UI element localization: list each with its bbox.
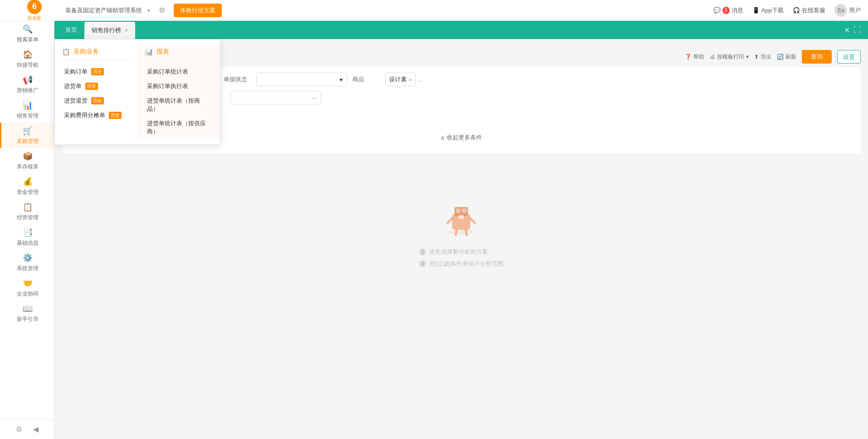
salesperson-select[interactable]: ··· [230,91,321,104]
hint-num-2: 2 [419,260,426,267]
collapse-conditions-btn[interactable]: ∧ 收起更多条件 [435,131,488,144]
app-download-label: App下载 [761,6,784,15]
sidebar-label-system: 系统管理 [17,265,39,272]
sidebar-label-finance: 资金管理 [17,188,39,196]
svg-line-10 [456,230,457,235]
help-label: 帮助 [693,53,704,61]
tab-sales-ranking-label: 销售排行榜 [92,26,121,35]
user-btn[interactable]: Ea 用户 [834,4,861,17]
goods-tag-close[interactable]: × [409,76,412,83]
hint-text-1: 请先选择要分析的方案 [429,248,488,256]
sidebar-item-finance[interactable]: 💰 资金管理 [0,173,54,199]
online-service-btn[interactable]: 🎧 在线客服 [793,6,825,15]
sidebar-label-marketing: 营销推广 [17,87,39,94]
tab-bar-right: ✕ ⛶ [844,26,864,35]
sidebar-item-search-menu[interactable]: 🔍 搜索菜单 [0,21,54,46]
menu-item-purchase-in[interactable]: 进货单 历史 [62,79,130,94]
tab-expand-icon[interactable]: ⛶ [853,26,861,34]
export-label: 导出 [761,53,771,61]
sidebar-item-system[interactable]: ⚙️ 系统管理 [0,250,54,275]
settings-gear-btn[interactable]: ⚙ [156,4,168,17]
svg-rect-2 [454,207,468,216]
sidebar-item-quick-nav[interactable]: 🏠 快捷导航 [0,46,54,72]
sidebar-item-purchase[interactable]: 🛒 采购管理 [0,123,54,148]
goods-dots[interactable]: ... [418,76,423,83]
query-btn[interactable]: 查询 [802,50,832,64]
menu-item-purchase-order-stats[interactable]: 采购订单统计表 [145,64,213,79]
purchase-section-title: 采购业务 [73,48,99,56]
industry-solution-btn[interactable]: 体验行业方案 [174,4,222,17]
menu-item-purchase-order-exec[interactable]: 采购订单执行表 [145,79,213,94]
menu-item-purchase-expense[interactable]: 采购费用分摊单 历史 [62,108,130,123]
purchase-section: 📋 采购业务 采购订单 历史 进货单 历史 进货退货 历史 采购费用分摊单 历史 [55,45,137,139]
sidebar-label-sales: 销售管理 [17,112,39,120]
user-abbr: Ea [838,7,844,14]
empty-hint-1: 1 请先选择要分析的方案 [419,248,503,256]
message-btn[interactable]: 💬 5 消息 [713,6,743,15]
app-logo: 6 [27,0,42,14]
menu-item-purchase-order[interactable]: 采购订单 历史 [62,64,130,79]
app-version: 标准版 [28,15,41,21]
sidebar-item-marketing[interactable]: 📢 营销推广 [0,72,54,97]
help-btn[interactable]: ❓ 帮助 [685,53,704,61]
finance-icon: 💰 [23,177,33,187]
menu-item-inbound-stats-supplier[interactable]: 进货单统计表（按供应商） [145,116,213,139]
help-icon: ❓ [685,54,692,60]
sidebar: 🔍 搜索菜单 🏠 快捷导航 📢 营销推广 📊 销售管理 🛒 采购管理 📦 库存核… [0,21,54,439]
logo-area: 6 标准版 [7,0,62,21]
export-btn[interactable]: ⬆ 导出 [754,53,771,61]
refresh-btn[interactable]: 🔄 刷新 [777,53,796,61]
system-dropdown-btn[interactable]: ▾ [147,7,150,14]
sidebar-item-operations[interactable]: 📋 经营管理 [0,199,54,224]
menu-item-inbound-stats-goods[interactable]: 进货单统计表（按商品） [145,94,213,116]
goods-tag: 设计素 × [385,73,416,86]
status-label: 单据状态 [224,75,251,84]
tab-home-label: 首页 [65,26,77,34]
sidebar-item-guide[interactable]: 📖 新手引导 [0,301,54,326]
sidebar-item-inventory[interactable]: 📦 库存核算 [0,148,54,173]
svg-point-6 [463,210,465,212]
tab-home[interactable]: 首页 [58,21,84,39]
report-section-header: 📊 报表 [145,45,213,61]
tab-sales-ranking[interactable]: 销售排行榜 × [84,22,135,39]
print-btn[interactable]: 🖨 按模板打印 ▾ [710,53,749,61]
empty-hint-2: 2 用[过滤]条件来缩小分析范围 [419,260,503,268]
collapse-label: 收起更多条件 [447,133,482,142]
sidebar-collapse-btn[interactable]: ◀ [29,423,42,435]
inventory-icon: 📦 [23,151,33,161]
status-dropdown-icon: ▾ [340,76,343,83]
status-select[interactable]: ▾ [256,73,347,86]
report-section: 📊 报表 采购订单统计表 采购订单执行表 进货单统计表（按商品） 进货单统计表（… [137,45,220,139]
purchase-return-label: 进货退货 [64,97,88,105]
goods-label: 商品 [352,75,380,84]
purchase-header-icon: 📋 [62,48,70,55]
purchase-icon: 🛒 [23,126,33,136]
user-label: 用户 [849,6,861,15]
message-icon: 💬 [713,7,721,14]
sidebar-bottom: ⚙ ◀ [0,419,54,439]
sidebar-item-sales[interactable]: 📊 销售管理 [0,97,54,123]
app-download-btn[interactable]: 📱 App下载 [752,6,784,15]
empty-state: 1 请先选择要分析的方案 2 用[过滤]条件来缩小分析范围 [62,157,861,304]
history-badge-3: 历史 [91,97,104,104]
history-badge-1: 历史 [91,68,104,75]
sidebar-label-operations: 经营管理 [17,214,39,222]
svg-point-0 [448,229,475,235]
sidebar-settings-btn[interactable]: ⚙ [12,423,26,435]
purchase-dropdown-menu: 📋 采购业务 采购订单 历史 进货单 历史 进货退货 历史 采购费用分摊单 历史… [54,39,220,145]
menu-item-purchase-return[interactable]: 进货退货 历史 [62,94,130,108]
message-label: 消息 [731,6,743,15]
sales-icon: 📊 [23,100,33,110]
sidebar-label-inventory: 库存核算 [17,163,39,171]
sidebar-item-base-info[interactable]: 📑 基础信息 [0,224,54,250]
sidebar-item-enterprise[interactable]: 🤝 企业协同 [0,275,54,301]
enterprise-icon: 🤝 [23,278,33,288]
top-bar-right: 💬 5 消息 📱 App下载 🎧 在线客服 Ea 用户 [713,4,861,17]
sidebar-label-purchase: 采购管理 [17,138,39,145]
tab-close-btn[interactable]: × [125,27,128,34]
system-title: 装备及固定资产辅助管理系统 [65,6,142,15]
filter-settings-btn[interactable]: 设置 [837,50,861,64]
tab-close-icon[interactable]: ✕ [844,26,850,35]
inbound-stats-supplier-label: 进货单统计表（按供应商） [147,119,211,136]
operations-icon: 📋 [23,202,33,212]
